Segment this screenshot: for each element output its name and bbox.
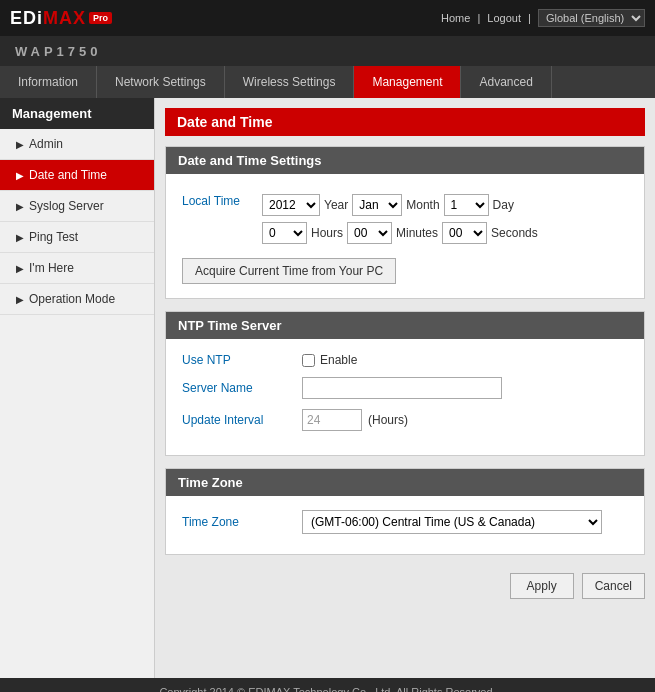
local-time-label: Local Time [182, 194, 262, 208]
use-ntp-label: Use NTP [182, 353, 302, 367]
ntp-body: Use NTP Enable Server Name Update Interv… [166, 339, 644, 455]
apply-button[interactable]: Apply [510, 573, 574, 599]
minute-select[interactable]: 00153045 [347, 222, 392, 244]
day-unit: Day [493, 198, 514, 212]
arrow-icon: ▶ [16, 170, 24, 181]
second-unit: Seconds [491, 226, 538, 240]
cancel-button[interactable]: Cancel [582, 573, 645, 599]
sidebar-label-date-time: Date and Time [29, 168, 107, 182]
sidebar-label-admin: Admin [29, 137, 63, 151]
model-name: WAP1750 [15, 44, 102, 59]
sidebar-label-imhere: I'm Here [29, 261, 74, 275]
sidebar: Management ▶ Admin ▶ Date and Time ▶ Sys… [0, 98, 155, 678]
sidebar-label-opmode: Operation Mode [29, 292, 115, 306]
sidebar-item-date-time[interactable]: ▶ Date and Time [0, 160, 154, 191]
update-interval-row: Update Interval (Hours) [182, 409, 628, 431]
enable-label: Enable [320, 353, 357, 367]
use-ntp-row: Use NTP Enable [182, 353, 628, 367]
time-line: 0123 Hours 00153045 Minutes 00153045 Sec… [262, 222, 538, 244]
language-select[interactable]: Global (English) [538, 9, 645, 27]
datetime-settings-card: Date and Time Settings Local Time 201220… [165, 146, 645, 299]
main-layout: Management ▶ Admin ▶ Date and Time ▶ Sys… [0, 98, 655, 678]
footer-text: Copyright 2014 © EDIMAX Technology Co., … [159, 686, 495, 692]
ntp-header: NTP Time Server [166, 312, 644, 339]
datetime-settings-header: Date and Time Settings [166, 147, 644, 174]
update-interval-label: Update Interval [182, 413, 302, 427]
hours-label: (Hours) [368, 413, 408, 427]
sidebar-item-admin[interactable]: ▶ Admin [0, 129, 154, 160]
hour-unit: Hours [311, 226, 343, 240]
server-name-label: Server Name [182, 381, 302, 395]
logo-area: EDiMAX Pro [10, 8, 112, 29]
acquire-time-button[interactable]: Acquire Current Time from Your PC [182, 258, 396, 284]
date-line: 201220132014 Year JanFebMarApr MayJunJul… [262, 194, 538, 216]
year-unit: Year [324, 198, 348, 212]
tab-network[interactable]: Network Settings [97, 66, 225, 98]
tab-wireless[interactable]: Wireless Settings [225, 66, 355, 98]
sidebar-item-syslog[interactable]: ▶ Syslog Server [0, 191, 154, 222]
timezone-label: Time Zone [182, 515, 302, 529]
day-select[interactable]: 12345 678910 [444, 194, 489, 216]
server-name-row: Server Name [182, 377, 628, 399]
arrow-icon: ▶ [16, 294, 24, 305]
model-bar: WAP1750 [0, 36, 655, 66]
top-links: Home | Logout | Global (English) [441, 9, 645, 27]
minute-unit: Minutes [396, 226, 438, 240]
arrow-icon: ▶ [16, 263, 24, 274]
arrow-icon: ▶ [16, 232, 24, 243]
sidebar-item-ping[interactable]: ▶ Ping Test [0, 222, 154, 253]
sidebar-item-imhere[interactable]: ▶ I'm Here [0, 253, 154, 284]
month-select[interactable]: JanFebMarApr MayJunJulAug SepOctNovDec [352, 194, 402, 216]
tab-advanced[interactable]: Advanced [461, 66, 551, 98]
tab-information[interactable]: Information [0, 66, 97, 98]
datetime-settings-body: Local Time 201220132014 Year JanFebMarAp… [166, 174, 644, 298]
logo: EDiMAX [10, 8, 86, 29]
sidebar-label-ping: Ping Test [29, 230, 78, 244]
logo-pro: Pro [89, 12, 112, 24]
sidebar-item-opmode[interactable]: ▶ Operation Mode [0, 284, 154, 315]
server-name-input[interactable] [302, 377, 502, 399]
ntp-card: NTP Time Server Use NTP Enable Server Na… [165, 311, 645, 456]
hour-select[interactable]: 0123 [262, 222, 307, 244]
second-select[interactable]: 00153045 [442, 222, 487, 244]
timezone-card: Time Zone Time Zone (GMT-12:00) Internat… [165, 468, 645, 555]
top-header: EDiMAX Pro Home | Logout | Global (Engli… [0, 0, 655, 36]
content-area: Date and Time Date and Time Settings Loc… [155, 98, 655, 678]
timezone-row: Time Zone (GMT-12:00) International Date… [182, 510, 628, 534]
year-select[interactable]: 201220132014 [262, 194, 320, 216]
arrow-icon: ▶ [16, 201, 24, 212]
month-unit: Month [406, 198, 439, 212]
arrow-icon: ▶ [16, 139, 24, 150]
logout-link[interactable]: Logout [487, 12, 521, 24]
sidebar-label-syslog: Syslog Server [29, 199, 104, 213]
update-interval-input[interactable] [302, 409, 362, 431]
timezone-body: Time Zone (GMT-12:00) International Date… [166, 496, 644, 554]
use-ntp-checkbox[interactable] [302, 354, 315, 367]
tab-management[interactable]: Management [354, 66, 461, 98]
local-time-row: Local Time 201220132014 Year JanFebMarAp… [182, 188, 628, 250]
page-title: Date and Time [165, 108, 645, 136]
footer: Copyright 2014 © EDIMAX Technology Co., … [0, 678, 655, 692]
action-row: Apply Cancel [165, 567, 645, 605]
sidebar-title: Management [0, 98, 154, 129]
home-link[interactable]: Home [441, 12, 470, 24]
nav-tabs: Information Network Settings Wireless Se… [0, 66, 655, 98]
dt-fields: 201220132014 Year JanFebMarApr MayJunJul… [262, 194, 538, 244]
timezone-header: Time Zone [166, 469, 644, 496]
timezone-select[interactable]: (GMT-12:00) International Date Line West… [302, 510, 602, 534]
